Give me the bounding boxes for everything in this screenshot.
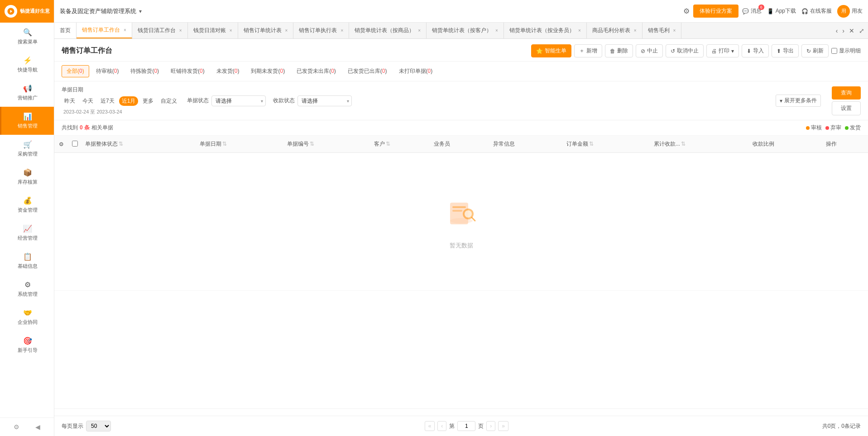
sidebar-settings-btn[interactable]: ⚙ bbox=[14, 423, 19, 431]
next-page-btn[interactable]: › bbox=[486, 421, 495, 431]
user-menu-btn[interactable]: 用 用友 bbox=[837, 5, 863, 18]
app-download-btn[interactable]: 📱 App下载 bbox=[767, 7, 796, 15]
tab-close-sales-workbench[interactable]: × bbox=[124, 28, 126, 33]
filter-tab-shipped-not-out[interactable]: 已发货未出库(0) bbox=[292, 65, 341, 77]
sidebar-collapse-btn[interactable]: ◀ bbox=[35, 423, 40, 431]
select-all-checkbox[interactable] bbox=[72, 141, 78, 147]
tab-sales-workbench[interactable]: 销售订单工作台× bbox=[77, 23, 132, 38]
smart-create-btn[interactable]: ⭐ 智能生单 bbox=[531, 44, 571, 57]
th-number[interactable]: 单据编号⇅ bbox=[283, 136, 370, 153]
show-detail-checkbox[interactable] bbox=[831, 48, 837, 54]
filter-tab-wangpu-ship[interactable]: 旺铺待发货(0) bbox=[166, 65, 210, 77]
system-dropdown-btn[interactable]: ▾ bbox=[139, 8, 142, 14]
filter-set-btn[interactable]: 设置 bbox=[832, 101, 861, 115]
first-page-btn[interactable]: « bbox=[425, 421, 435, 431]
tab-home[interactable]: 首页 bbox=[54, 23, 77, 38]
sort-icon-customer[interactable]: ⇅ bbox=[386, 141, 390, 147]
new-btn[interactable]: ＋ 新增 bbox=[574, 44, 602, 57]
sort-icon-status[interactable]: ⇅ bbox=[119, 141, 123, 147]
date-option-更多[interactable]: 更多 bbox=[140, 96, 156, 106]
tab-close-sales-summary-staff[interactable]: × bbox=[578, 28, 581, 33]
tab-sales-summary-staff[interactable]: 销货单统计表（按业务员）× bbox=[504, 23, 587, 38]
print-btn[interactable]: 🖨 打印 ▾ bbox=[706, 44, 739, 57]
tab-close-sales-summary-customer[interactable]: × bbox=[495, 28, 498, 33]
filter-tab-pending-review[interactable]: 待审核(0) bbox=[91, 65, 124, 77]
sidebar-item-purchase[interactable]: 🛒采购管理 bbox=[0, 135, 54, 163]
online-service-btn[interactable]: 🎧 在线客服 bbox=[801, 7, 832, 15]
th-status[interactable]: 单据整体状态⇅ bbox=[82, 136, 196, 153]
status-select[interactable]: 请选择 bbox=[211, 95, 266, 106]
th-amount[interactable]: 订单金额⇅ bbox=[563, 136, 650, 153]
th-date[interactable]: 单据日期⇅ bbox=[196, 136, 283, 153]
tab-close-cash-reconcile[interactable]: × bbox=[230, 28, 232, 33]
tab-sales-summary-customer[interactable]: 销货单统计表（按客户）× bbox=[427, 23, 504, 38]
tabs-prev-btn[interactable]: ‹ bbox=[834, 26, 840, 35]
delete-btn[interactable]: 🗑 删除 bbox=[605, 44, 633, 57]
query-btn[interactable]: 查询 bbox=[832, 86, 861, 100]
sort-icon-received[interactable]: ⇅ bbox=[681, 141, 686, 147]
sort-icon-number[interactable]: ⇅ bbox=[310, 141, 314, 147]
date-option-今天[interactable]: 今天 bbox=[80, 96, 96, 106]
horizontal-scrollbar[interactable] bbox=[54, 408, 868, 416]
tab-sales-profit[interactable]: 销售毛利× bbox=[643, 23, 682, 38]
last-page-btn[interactable]: » bbox=[498, 421, 508, 431]
filter-tab-pending-inspect[interactable]: 待拣验货(0) bbox=[125, 65, 164, 77]
tab-sales-stat[interactable]: 销售订单统计表× bbox=[238, 23, 294, 38]
tabs-maximize-btn[interactable]: ⤢ bbox=[857, 26, 866, 35]
th-customer[interactable]: 客户⇅ bbox=[370, 136, 430, 153]
export-btn[interactable]: ⬆ 导出 bbox=[772, 44, 799, 57]
sidebar-item-finance[interactable]: 💰资金管理 bbox=[0, 191, 54, 219]
sidebar-item-sales[interactable]: 📊销售管理 bbox=[0, 107, 54, 135]
sort-icon-amount[interactable]: ⇅ bbox=[589, 141, 594, 147]
filter-tab-unshipped[interactable]: 未发货(0) bbox=[211, 65, 245, 77]
topbar-settings-btn[interactable]: ⚙ bbox=[683, 7, 690, 15]
tab-cash-reconcile[interactable]: 钱货日清对账× bbox=[188, 23, 238, 38]
sidebar-item-marketing[interactable]: 📢营销推广 bbox=[0, 79, 54, 107]
tab-close-sales-profit[interactable]: × bbox=[673, 28, 676, 33]
sidebar-item-newbie[interactable]: 🎯新手引导 bbox=[0, 331, 54, 359]
page-size-select[interactable]: 102050100 bbox=[86, 421, 111, 431]
payment-select[interactable]: 请选择 bbox=[297, 95, 352, 106]
sort-icon-date[interactable]: ⇅ bbox=[222, 141, 227, 147]
refresh-btn[interactable]: ↻ 刷新 bbox=[801, 44, 829, 57]
filter-tab-unprinted[interactable]: 未打印单据(0) bbox=[394, 65, 438, 77]
filter-tab-shipped-out[interactable]: 已发货已出库(0) bbox=[343, 65, 392, 77]
tab-cash-clear[interactable]: 钱货日清工作台× bbox=[132, 23, 188, 38]
tab-close-sales-stat[interactable]: × bbox=[285, 28, 288, 33]
date-option-昨天[interactable]: 昨天 bbox=[62, 96, 78, 106]
page-input[interactable] bbox=[457, 421, 475, 431]
show-detail-label[interactable]: 显示明细 bbox=[831, 47, 861, 55]
quick-action-发货[interactable]: 发货 bbox=[845, 124, 861, 132]
sidebar-item-quick-nav[interactable]: ⚡快捷导航 bbox=[0, 51, 54, 79]
tab-close-sales-summary-product[interactable]: × bbox=[418, 28, 421, 33]
tab-sales-exec[interactable]: 销售订单执行表× bbox=[293, 23, 349, 38]
column-settings-icon[interactable]: ⚙ bbox=[59, 141, 64, 147]
sidebar-item-system[interactable]: ⚙系统管理 bbox=[0, 275, 54, 303]
tab-sales-summary-product[interactable]: 销货单统计表（按商品）× bbox=[349, 23, 427, 38]
tab-close-gross-profit[interactable]: × bbox=[634, 28, 637, 33]
expand-filter-btn[interactable]: ▾ 展开更多条件 bbox=[776, 95, 821, 107]
industry-btn[interactable]: 体验行业方案 bbox=[693, 5, 739, 18]
filter-tab-overdue-unshipped[interactable]: 到期未发货(0) bbox=[246, 65, 290, 77]
stop-btn[interactable]: ⊘ 中止 bbox=[636, 44, 663, 57]
filter-tab-all[interactable]: 全部(0) bbox=[62, 65, 89, 77]
quick-action-弃审[interactable]: 弃审 bbox=[825, 124, 841, 132]
message-btn[interactable]: 💬 消息 6 bbox=[742, 7, 762, 15]
date-option-近1月[interactable]: 近1月 bbox=[119, 96, 139, 106]
date-option-自定义[interactable]: 自定义 bbox=[158, 96, 180, 106]
tabs-close-btn[interactable]: ✕ bbox=[847, 26, 856, 35]
import-btn[interactable]: ⬇ 导入 bbox=[742, 44, 769, 57]
cancel-stop-btn[interactable]: ↺ 取消中止 bbox=[666, 44, 704, 57]
sidebar-item-enterprise[interactable]: 🤝企业协同 bbox=[0, 303, 54, 331]
sidebar-item-base-info[interactable]: 📋基础信息 bbox=[0, 247, 54, 275]
th-received[interactable]: 累计收款...⇅ bbox=[650, 136, 749, 153]
tabs-next-btn[interactable]: › bbox=[840, 26, 846, 35]
date-option-近7天[interactable]: 近7天 bbox=[98, 96, 117, 106]
sidebar-item-search[interactable]: 🔍搜索菜单 bbox=[0, 23, 54, 51]
sidebar-item-operations[interactable]: 📈经营管理 bbox=[0, 219, 54, 247]
tab-close-sales-exec[interactable]: × bbox=[340, 28, 343, 33]
sidebar-item-inventory[interactable]: 📦库存核算 bbox=[0, 163, 54, 191]
tab-gross-profit[interactable]: 商品毛利分析表× bbox=[587, 23, 643, 38]
quick-action-审核[interactable]: 审核 bbox=[806, 124, 822, 132]
prev-page-btn[interactable]: ‹ bbox=[437, 421, 446, 431]
